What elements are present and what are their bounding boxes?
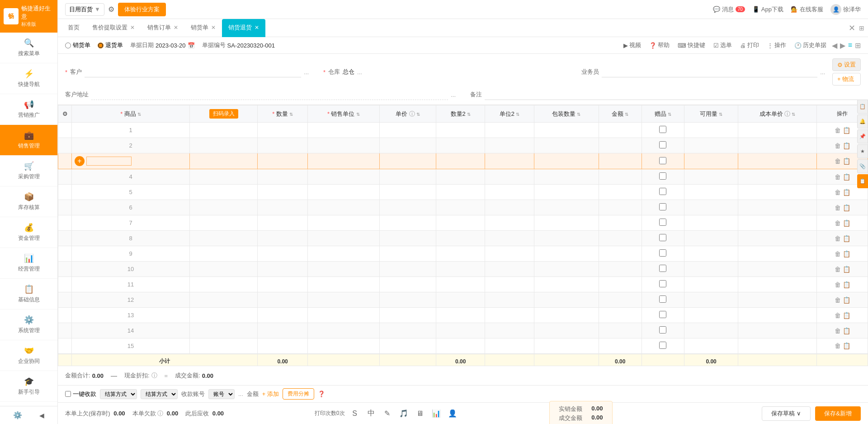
footer-icon-4[interactable]: 🎵 <box>397 407 410 420</box>
salesperson-dots[interactable]: ... <box>820 69 825 76</box>
gift-checkbox-11[interactable] <box>659 280 666 287</box>
copy-row-icon-12[interactable]: 📋 <box>843 296 850 304</box>
return-radio[interactable] <box>98 43 104 48</box>
gift-checkbox-3[interactable] <box>659 157 666 164</box>
copy-row-icon-15[interactable]: 📋 <box>843 342 850 349</box>
sort-product-icon[interactable]: ⇅ <box>137 112 141 117</box>
copy-row-icon-9[interactable]: 📋 <box>843 250 850 257</box>
copy-row-icon-14[interactable]: 📋 <box>843 327 850 334</box>
col-package-qty-header[interactable]: 包装数量 ⇅ <box>534 105 599 123</box>
calculation-select[interactable]: 结算方式 <box>141 389 178 399</box>
operations-btn[interactable]: ⋮ 操作 <box>764 40 789 51</box>
settings-gear-icon[interactable]: ⚙ <box>108 5 114 14</box>
float-btn-1[interactable]: 📋 <box>857 100 868 114</box>
gift-checkbox-12[interactable] <box>659 295 666 303</box>
copy-row-icon-6[interactable]: 📋 <box>843 204 850 211</box>
sidebar-item-sales[interactable]: 💼 销售管理 <box>0 125 57 156</box>
save-new-btn[interactable]: 保存&新增 <box>815 406 861 421</box>
sidebar-item-system[interactable]: ⚙️ 系统管理 <box>0 310 57 340</box>
product-input-3[interactable] <box>86 157 132 166</box>
col-settings-header[interactable]: ⚙ <box>58 105 72 123</box>
video-btn[interactable]: ▶ 视频 <box>621 40 644 51</box>
list-view-icon[interactable]: ≡ <box>848 41 852 49</box>
sort-qty2-icon[interactable]: ⇅ <box>467 112 471 117</box>
sidebar-item-search[interactable]: 🔍 搜索菜单 <box>0 33 57 63</box>
sidebar-item-purchase[interactable]: 🛒 采购管理 <box>0 156 57 186</box>
gift-checkbox-4[interactable] <box>659 172 666 180</box>
gift-checkbox-14[interactable] <box>659 326 666 333</box>
gift-checkbox-1[interactable] <box>659 126 666 133</box>
sidebar-item-app-center[interactable]: 📱 应用中心 <box>0 402 57 406</box>
close-sales-delivery-tab[interactable]: ✕ <box>211 24 216 31</box>
delete-row-icon-14[interactable]: 🗑 <box>835 327 841 334</box>
history-btn[interactable]: 🕐 历史单据 <box>792 40 829 51</box>
sort-unit2-icon[interactable]: ⇅ <box>516 112 519 117</box>
scan-btn[interactable]: 扫码录入 <box>209 109 238 119</box>
copy-row-icon-3[interactable]: 📋 <box>843 157 850 165</box>
delete-row-icon-8[interactable]: 🗑 <box>835 235 841 242</box>
float-btn-5[interactable]: 📎 <box>857 159 868 173</box>
warehouse-dots[interactable]: ... <box>357 69 362 76</box>
col-cost-price-header[interactable]: 成本单价 ⓘ ⇅ <box>738 105 817 123</box>
delete-row-icon-13[interactable]: 🗑 <box>835 312 841 319</box>
messages-btn[interactable]: 💬 消息 70 <box>713 5 745 14</box>
salesperson-input[interactable] <box>602 67 817 77</box>
tab-home[interactable]: 首页 <box>61 19 86 37</box>
footer-icon-6[interactable]: 📊 <box>430 407 443 420</box>
return-radio-label[interactable]: 退货单 <box>98 41 123 49</box>
tab-close-all-icon[interactable]: ✕ <box>849 23 855 33</box>
address-dots[interactable]: ... <box>451 91 456 98</box>
save-draft-btn[interactable]: 保存草稿 ∨ <box>762 406 811 421</box>
doc-settings-btn[interactable]: ⚙ 设置 <box>832 58 861 71</box>
delete-row-icon-10[interactable]: 🗑 <box>835 266 841 273</box>
col-product-header[interactable]: * 商品 ⇅ <box>72 105 190 123</box>
customer-input[interactable] <box>85 67 301 77</box>
col-amount-header[interactable]: 金额 ⇅ <box>599 105 642 123</box>
one-click-payment-checkbox[interactable] <box>65 391 71 397</box>
online-service-btn[interactable]: 💁 在线客服 <box>791 5 823 14</box>
add-payment-btn[interactable]: + 添加 <box>262 390 279 398</box>
dots-account[interactable]: ... <box>238 391 243 397</box>
delete-row-icon-7[interactable]: 🗑 <box>835 219 841 227</box>
gift-checkbox-10[interactable] <box>659 265 666 272</box>
next-record-icon[interactable]: ▶ <box>840 41 845 50</box>
copy-row-icon-11[interactable]: 📋 <box>843 281 850 288</box>
delete-row-icon-11[interactable]: 🗑 <box>835 281 841 288</box>
sidebar-item-finance[interactable]: 💰 资金管理 <box>0 217 57 248</box>
copy-row-icon-8[interactable]: 📋 <box>843 235 850 242</box>
logistics-btn[interactable]: + 物流 <box>832 73 861 86</box>
tab-maximize-icon[interactable]: ⊞ <box>859 24 864 32</box>
sidebar-item-newbie[interactable]: 🎓 新手引导 <box>0 371 57 402</box>
tab-sales-return[interactable]: 销货退货 ✕ <box>222 19 265 37</box>
delete-row-icon-6[interactable]: 🗑 <box>835 204 841 211</box>
sidebar-item-basic[interactable]: 📋 基础信息 <box>0 279 57 310</box>
gift-checkbox-5[interactable] <box>659 188 666 195</box>
app-download-btn[interactable]: 📱 App下载 <box>752 5 783 14</box>
sort-qty-icon[interactable]: ⇅ <box>289 112 293 117</box>
close-price-setting-tab[interactable]: ✕ <box>130 24 135 31</box>
tab-price-setting[interactable]: 售价提取设置 ✕ <box>86 19 141 37</box>
gift-checkbox-7[interactable] <box>659 219 666 226</box>
float-btn-3[interactable]: 📌 <box>857 129 868 143</box>
sort-price-icon[interactable]: ⇅ <box>416 112 420 117</box>
copy-row-icon-5[interactable]: 📋 <box>843 189 850 196</box>
delete-row-icon-1[interactable]: 🗑 <box>835 127 841 134</box>
copy-row-icon-13[interactable]: 📋 <box>843 312 850 319</box>
settlement-select[interactable]: 结算方式 <box>100 389 137 399</box>
footer-icon-5[interactable]: 🖥 <box>414 407 426 420</box>
gift-checkbox-15[interactable] <box>659 342 666 349</box>
sidebar-settings-icon[interactable]: ⚙️ <box>13 411 22 419</box>
col-available-header[interactable]: 可用量 ⇅ <box>684 105 738 123</box>
copy-row-icon-2[interactable]: 📋 <box>843 142 850 149</box>
sort-cost-icon[interactable]: ⇅ <box>792 112 795 117</box>
col-unit-price-header[interactable]: 单价 ⓘ ⇅ <box>379 105 436 123</box>
close-sales-order-tab[interactable]: ✕ <box>174 24 178 31</box>
gift-checkbox-2[interactable] <box>659 141 666 148</box>
sidebar-item-shortcut[interactable]: ⚡ 快捷导航 <box>0 63 57 94</box>
gift-checkbox-8[interactable] <box>659 234 666 241</box>
delete-row-icon-5[interactable]: 🗑 <box>835 189 841 196</box>
delete-row-icon-3[interactable]: 🗑 <box>835 157 841 165</box>
industry-selector[interactable]: 日用百货 ▼ <box>65 3 104 16</box>
prev-record-icon[interactable]: ◀ <box>832 41 837 50</box>
shortcut-btn[interactable]: ⌨ 快捷键 <box>675 40 708 51</box>
